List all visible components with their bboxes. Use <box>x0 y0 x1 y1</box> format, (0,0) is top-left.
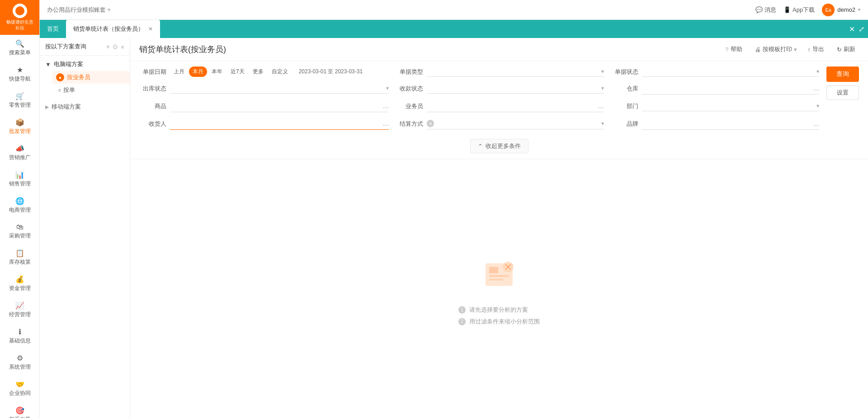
department-input[interactable]: ▾ <box>642 101 819 111</box>
tab-expand-icon[interactable]: ⤢ <box>859 25 864 33</box>
user-profile[interactable]: Ea demo2 ▾ <box>822 4 861 16</box>
sidebar-item-newbie[interactable]: 🎯 新手引导 <box>0 402 39 418</box>
receiver-input[interactable]: ... <box>170 118 389 130</box>
topbar: 办公用品行业模拟账套 ▾ 💬 消息 📱 App下载 Ea demo2 ▾ <box>40 0 868 20</box>
settlement-clear-icon[interactable]: ✕ <box>427 120 434 127</box>
sidebar-item-sales[interactable]: 📊 销售管理 <box>0 166 39 192</box>
svg-rect-1 <box>489 267 498 273</box>
sidebar-label-quick-nav: 快捷导航 <box>2 75 38 83</box>
right-panel: 销货单统计表(按业务员) ? 帮助 🖨 按模板打印 ▾ ↑ 导出 <box>130 38 868 418</box>
settings-button[interactable]: 设置 <box>826 86 859 100</box>
warehouse-dots-icon[interactable]: ... <box>813 84 819 92</box>
panel-title: 按以下方案查询 <box>45 43 86 51</box>
tab-home[interactable]: 首页 <box>40 20 66 38</box>
date-btn-more[interactable]: 更多 <box>249 66 267 77</box>
empty-tip-2: 2 用过滤条件来缩小分析范围 <box>458 316 540 328</box>
query-button[interactable]: 查询 <box>826 66 859 82</box>
sidebar-item-finance[interactable]: 💰 资金管理 <box>0 271 39 297</box>
collapse-label: 收起更多条件 <box>486 142 521 150</box>
app-logo[interactable]: 畅捷通好生意 标版 <box>0 0 39 35</box>
tab-sales-stat-label: 销货单统计表（按业务员） <box>73 25 144 33</box>
help-button[interactable]: ? 帮助 <box>722 43 745 55</box>
sidebar-label-marketing: 营销推广 <box>2 154 38 162</box>
enterprise-icon: 🤝 <box>2 380 38 389</box>
brand-input[interactable]: ... <box>642 118 819 130</box>
receiver-dots-icon[interactable]: ... <box>383 119 389 128</box>
department-chevron-icon: ▾ <box>816 103 819 109</box>
sidebar-label-sales: 销售管理 <box>2 180 38 188</box>
empty-tip-1: 1 请先选择要分析的方案 <box>458 304 540 316</box>
app-download-button[interactable]: 📱 App下载 <box>783 6 815 14</box>
date-btn-this-month[interactable]: 本月 <box>189 66 207 77</box>
salesperson-input[interactable]: ... <box>427 100 604 112</box>
doc-type-chevron-icon: ▾ <box>601 68 604 75</box>
salesperson-dots-icon[interactable]: ... <box>598 102 604 110</box>
receiver-label: 收货人 <box>139 120 166 128</box>
edit-scheme-icon[interactable]: ⊙ <box>113 43 118 50</box>
doc-status-input[interactable]: ▾ <box>642 66 819 77</box>
refresh-button[interactable]: ↻ 刷新 <box>833 43 859 55</box>
collapse-button[interactable]: ⌃ 收起更多条件 <box>470 139 528 153</box>
tree-desktop-section[interactable]: ▼ 电脑端方案 <box>40 57 130 71</box>
sidebar-item-basic-info[interactable]: ℹ 基础信息 <box>0 323 39 349</box>
sidebar-item-ecommerce[interactable]: 🌐 电商管理 <box>0 192 39 218</box>
sidebar-item-purchase[interactable]: 🛍 采购管理 <box>0 218 39 244</box>
date-btn-last-month[interactable]: 上月 <box>170 66 188 77</box>
tree-node-salesperson[interactable]: ● 按业务员 <box>52 71 130 84</box>
message-button[interactable]: 💬 消息 <box>755 6 776 14</box>
sidebar-label-newbie: 新手引导 <box>2 416 38 418</box>
tab-close-icon[interactable]: ✕ <box>148 26 153 32</box>
salesperson-node-icon: ● <box>56 73 64 81</box>
add-scheme-icon[interactable]: + <box>106 43 110 50</box>
by-order-icon: ≡ <box>58 87 61 94</box>
sidebar-item-enterprise[interactable]: 🤝 企业协同 <box>0 375 39 402</box>
sidebar-item-operations[interactable]: 📈 经营管理 <box>0 297 39 323</box>
sidebar-item-search[interactable]: 🔍 搜索菜单 <box>0 35 39 61</box>
sidebar-item-wholesale[interactable]: 📦 批发管理 <box>0 114 39 140</box>
sidebar-item-retail[interactable]: 🛒 零售管理 <box>0 87 39 114</box>
system-icon: ⚙ <box>2 354 38 362</box>
tab-close-all-icon[interactable]: ✕ <box>849 25 855 33</box>
basicinfo-icon: ℹ <box>2 328 38 336</box>
filter-row-1: 单据日期 上月 本月 本年 近7天 更多 自定义 2023-03-01 至 20… <box>139 66 819 77</box>
collapse-panel-icon[interactable]: « <box>121 43 124 50</box>
inventory-icon: 📋 <box>2 249 38 257</box>
tree-mobile-section[interactable]: ▶ 移动端方案 <box>40 100 130 114</box>
user-name: demo2 <box>837 6 855 13</box>
breadcrumb: 办公用品行业模拟账套 ▾ <box>47 6 748 14</box>
tree-node-by-order[interactable]: ≡ 按单 <box>40 84 130 96</box>
tree-child-salesperson: ● 按业务员 <box>40 71 130 84</box>
sidebar-label-system: 系统管理 <box>2 363 38 371</box>
print-icon: 🖨 <box>755 46 761 53</box>
export-button[interactable]: ↑ 导出 <box>804 43 828 55</box>
date-btn-custom[interactable]: 自定义 <box>268 66 292 77</box>
out-status-input[interactable]: ▾ <box>170 83 389 94</box>
chevron-down-icon[interactable]: ▾ <box>108 6 111 13</box>
tip-num-1: 1 <box>458 306 466 314</box>
sidebar-item-system[interactable]: ⚙ 系统管理 <box>0 349 39 375</box>
tree-desktop-label: 电脑端方案 <box>54 60 83 68</box>
sidebar-item-quick-nav[interactable]: ★ 快捷导航 <box>0 61 39 87</box>
settlement-input[interactable]: ✕ ▾ <box>427 118 604 129</box>
empty-tip-2-text: 用过滤条件来缩小分析范围 <box>469 316 540 328</box>
tab-home-label: 首页 <box>47 25 59 33</box>
sidebar-item-inventory[interactable]: 📋 库存核算 <box>0 244 39 271</box>
panel-actions: + ⊙ « <box>106 43 124 50</box>
tab-sales-stat[interactable]: 销货单统计表（按业务员） ✕ <box>66 20 160 38</box>
user-chevron-icon: ▾ <box>858 7 861 13</box>
goods-input[interactable]: ... <box>170 100 389 112</box>
goods-dots-icon[interactable]: ... <box>383 102 389 110</box>
brand-dots-icon[interactable]: ... <box>813 119 819 128</box>
date-btn-last-7[interactable]: 近7天 <box>227 66 248 77</box>
sidebar-label-ecommerce: 电商管理 <box>2 206 38 214</box>
tabbar: 首页 销货单统计表（按业务员） ✕ ✕ ⤢ <box>40 20 868 38</box>
doc-type-input[interactable]: ▾ <box>427 66 604 77</box>
print-button[interactable]: 🖨 按模板打印 ▾ <box>751 43 799 55</box>
empty-illustration <box>476 250 522 295</box>
avatar-initials: Ea <box>826 7 831 13</box>
receipt-status-input[interactable]: ▾ <box>427 83 604 94</box>
sidebar-label-purchase: 采购管理 <box>2 232 38 240</box>
sidebar-item-marketing[interactable]: 📣 营销推广 <box>0 140 39 166</box>
warehouse-input[interactable]: ... <box>642 82 819 95</box>
date-btn-this-year[interactable]: 本年 <box>208 66 226 77</box>
